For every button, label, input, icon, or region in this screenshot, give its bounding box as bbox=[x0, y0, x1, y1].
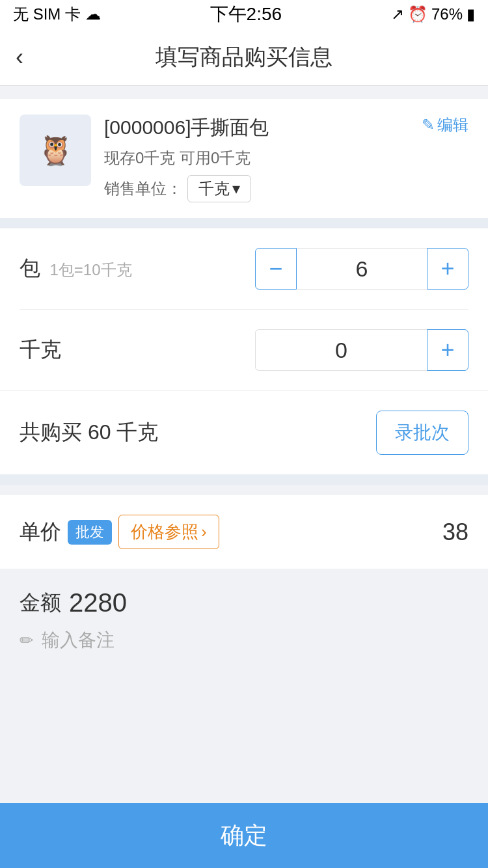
product-thumbnail: 🦉 bbox=[20, 115, 91, 186]
confirm-button[interactable]: 确定 bbox=[0, 803, 488, 868]
price-value: 38 bbox=[442, 519, 468, 546]
price-ref-arrow-icon: › bbox=[201, 522, 207, 542]
amount-row: 金额 2280 bbox=[20, 588, 468, 617]
status-left: 无 SIM 卡 ☁ bbox=[13, 4, 101, 25]
nav-bar: ‹ 填写商品购买信息 bbox=[0, 29, 488, 86]
total-section: 共购买 60 千克 录批次 bbox=[0, 390, 488, 474]
no-sim-text: 无 SIM 卡 ☁ bbox=[13, 4, 101, 25]
note-row[interactable]: ✏ 输入备注 bbox=[20, 628, 468, 653]
amount-value: 2280 bbox=[69, 588, 127, 617]
bao-row: 包 1包=10千克 − + bbox=[20, 228, 468, 310]
price-ref-label: 价格参照 bbox=[131, 521, 198, 543]
amount-label: 金额 bbox=[20, 589, 61, 617]
edit-label: 编辑 bbox=[437, 115, 468, 135]
unit-value: 千克 bbox=[198, 178, 230, 199]
product-name: [0000006]手撕面包 bbox=[104, 115, 468, 141]
total-label: 共购买 60 千克 bbox=[20, 418, 158, 447]
price-label-group: 单价 批发 价格参照 › bbox=[20, 515, 219, 549]
status-bar: 无 SIM 卡 ☁ 下午2:56 ↗ ⏰ 76% ▮ bbox=[0, 0, 488, 29]
location-icon: ↗ bbox=[391, 5, 404, 23]
product-stock: 现存0千克 可用0千克 bbox=[104, 148, 468, 169]
note-icon: ✏ bbox=[20, 631, 34, 651]
bao-plus-button[interactable]: + bbox=[427, 248, 468, 290]
battery-icon: ▮ bbox=[467, 5, 475, 23]
edit-button[interactable]: ✎ 编辑 bbox=[422, 115, 468, 135]
record-batch-button[interactable]: 录批次 bbox=[376, 411, 468, 455]
qianke-input[interactable] bbox=[255, 329, 427, 371]
alarm-icon: ⏰ bbox=[408, 5, 427, 23]
page-title: 填写商品购买信息 bbox=[156, 42, 332, 72]
qianke-label: 千克 bbox=[20, 338, 61, 361]
unit-dropdown-icon: ▾ bbox=[232, 180, 240, 198]
qianke-plus-button[interactable]: + bbox=[427, 329, 468, 371]
amount-section: 金额 2280 ✏ 输入备注 bbox=[0, 569, 488, 672]
product-card: 🦉 [0000006]手撕面包 现存0千克 可用0千克 销售单位： 千克 ▾ ✎… bbox=[0, 99, 488, 218]
price-label: 单价 bbox=[20, 518, 61, 547]
section-divider-2 bbox=[0, 474, 488, 485]
qianke-controls: + bbox=[255, 329, 468, 371]
price-type-tag: 批发 bbox=[68, 520, 112, 545]
confirm-label: 确定 bbox=[221, 820, 267, 852]
product-info: [0000006]手撕面包 现存0千克 可用0千克 销售单位： 千克 ▾ bbox=[104, 115, 468, 202]
bao-sublabel: 1包=10千克 bbox=[49, 261, 131, 278]
status-time: 下午2:56 bbox=[210, 2, 282, 27]
input-section: 包 1包=10千克 − + 千克 + bbox=[0, 228, 488, 390]
qianke-row: 千克 + bbox=[20, 310, 468, 390]
product-unit: 销售单位： 千克 ▾ bbox=[104, 175, 468, 202]
bao-label: 包 bbox=[20, 256, 40, 280]
product-thumb-icon: 🦉 bbox=[38, 133, 74, 167]
bao-minus-button[interactable]: − bbox=[255, 248, 297, 290]
edit-icon: ✎ bbox=[422, 116, 435, 134]
status-right: ↗ ⏰ 76% ▮ bbox=[391, 5, 475, 23]
bao-controls: − + bbox=[255, 248, 468, 290]
unit-label: 销售单位： bbox=[104, 178, 182, 199]
bao-label-group: 包 1包=10千克 bbox=[20, 254, 132, 283]
battery-text: 76% bbox=[431, 5, 463, 23]
price-ref-button[interactable]: 价格参照 › bbox=[118, 515, 219, 549]
bao-input[interactable] bbox=[297, 248, 427, 290]
price-section: 单价 批发 价格参照 › 38 bbox=[0, 495, 488, 569]
section-divider-1 bbox=[0, 218, 488, 228]
note-placeholder: 输入备注 bbox=[42, 628, 115, 653]
qianke-label-group: 千克 bbox=[20, 336, 61, 364]
back-button[interactable]: ‹ bbox=[16, 44, 23, 71]
unit-select[interactable]: 千克 ▾ bbox=[187, 175, 251, 202]
